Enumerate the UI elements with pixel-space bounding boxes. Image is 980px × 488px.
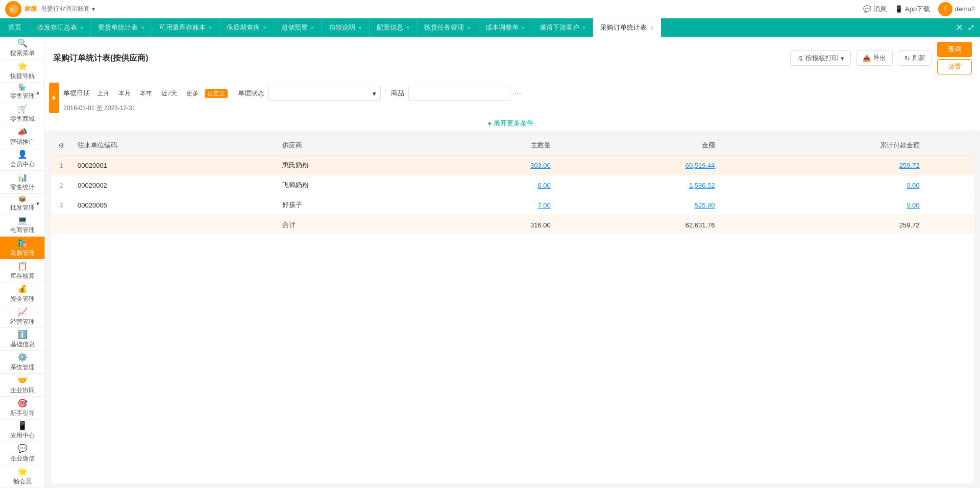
tab-chaochubaojing[interactable]: 超储预警 × bbox=[274, 18, 322, 37]
row1-paid[interactable]: 259.72 bbox=[721, 156, 926, 175]
shop-icon: 🛒 bbox=[17, 104, 28, 114]
tab-baozhi[interactable]: 保质期查询 × bbox=[219, 18, 274, 37]
expand-more-btn[interactable]: ▾ 展开更多条件 bbox=[488, 119, 533, 128]
sidebar-item-vip[interactable]: 🌟 畅会员 bbox=[0, 465, 44, 488]
tab-chaochubaojing-close[interactable]: × bbox=[311, 24, 314, 31]
sidebar-item-member[interactable]: 👤 会员中心 bbox=[0, 148, 44, 171]
date-label: 单据日期 bbox=[63, 89, 90, 98]
filter-container: 单据日期 上月 本月 本年 近7天 更多 自定义 单据状态 bbox=[45, 79, 980, 132]
settings-btn[interactable]: 设置 bbox=[937, 59, 972, 74]
sidebar-item-app-center[interactable]: 📱 应用中心 bbox=[0, 420, 44, 443]
shortcut-this-year[interactable]: 本年 bbox=[137, 88, 155, 99]
tab-baozhi-close[interactable]: × bbox=[263, 24, 266, 31]
app-download-btn[interactable]: 📱 App下载 bbox=[895, 5, 930, 14]
query-btn[interactable]: 查询 bbox=[937, 42, 972, 57]
tab-caigou-active[interactable]: 采购订单统计表 × bbox=[593, 18, 660, 37]
sidebar-item-finance[interactable]: 💰 资金管理 bbox=[0, 282, 44, 305]
nav-tab-end: ✕ ⤢ bbox=[955, 22, 980, 33]
sidebar-item-ecommerce[interactable]: 💻 电商管理 bbox=[0, 214, 44, 237]
tab-shoufacun-close[interactable]: × bbox=[80, 24, 83, 31]
sidebar-item-retail[interactable]: 🏪 零售管理 ▲ bbox=[0, 83, 44, 102]
row2-paid[interactable]: 0.00 bbox=[721, 175, 926, 195]
tab-kuyong-close[interactable]: × bbox=[209, 24, 212, 31]
workspace-selector[interactable]: 母婴行业演示账套 ▾ bbox=[41, 5, 95, 13]
sidebar-item-system[interactable]: ⚙️ 系统管理 bbox=[0, 351, 44, 374]
row3-paid[interactable]: 0.00 bbox=[721, 195, 926, 215]
sidebar-item-basic-info[interactable]: ℹ️ 基础信息 bbox=[0, 328, 44, 351]
shortcut-more[interactable]: 更多 bbox=[183, 88, 202, 99]
sidebar-item-guide[interactable]: 🎯 新手引导 bbox=[0, 397, 44, 420]
status-select[interactable]: ▾ bbox=[268, 86, 381, 101]
expand-tabs-icon[interactable]: ⤢ bbox=[967, 22, 975, 33]
tab-chengben[interactable]: 成本调整单 × bbox=[478, 18, 532, 37]
tab-kuyong[interactable]: 可用量库存账本 × bbox=[152, 18, 219, 37]
row1-qty[interactable]: 303.00 bbox=[429, 156, 557, 175]
status-dropdown-arrow: ▾ bbox=[373, 90, 376, 97]
tab-shoufacun[interactable]: 收发存汇总表 × bbox=[30, 18, 91, 37]
goods-input[interactable] bbox=[408, 86, 510, 101]
tab-chengben-close[interactable]: × bbox=[522, 24, 525, 31]
tab-yaohuo-label: 要货单统计表 bbox=[98, 23, 138, 32]
tab-jianhuo[interactable]: 拣货任务管理 × bbox=[417, 18, 478, 37]
sidebar-item-purchase[interactable]: 🛍️ 采购管理 bbox=[0, 237, 44, 260]
close-all-icon[interactable]: ✕ bbox=[955, 22, 963, 33]
sidebar-item-search[interactable]: 🔍 搜索菜单 bbox=[0, 37, 44, 60]
user-avatar: E bbox=[938, 2, 952, 16]
tab-gongneng[interactable]: 功能说明 × bbox=[322, 18, 369, 37]
sidebar-item-inventory[interactable]: 📋 库存核算 bbox=[0, 260, 44, 282]
sidebar-item-retail-stats[interactable]: 📊 零售统计 bbox=[0, 171, 44, 194]
tab-peizhi[interactable]: 配置信息 × bbox=[370, 18, 417, 37]
user-btn[interactable]: E demo2 bbox=[938, 2, 975, 16]
row1-amount[interactable]: 60,519.44 bbox=[557, 156, 721, 175]
sidebar-item-shop[interactable]: 🛒 零售商城 bbox=[0, 102, 44, 125]
sidebar-item-enterprise[interactable]: 🤝 企业协同 bbox=[0, 374, 44, 397]
table-area: ⚙ 往来单位编码 供应商 主数量 金额 累计付款金额 1 00020001 惠氏… bbox=[51, 136, 974, 484]
col-settings[interactable]: ⚙ bbox=[51, 136, 71, 156]
table-body: 1 00020001 惠氏奶粉 303.00 60,519.44 259.72 … bbox=[51, 156, 974, 215]
tab-yaoqing-close[interactable]: × bbox=[582, 24, 585, 31]
row3-qty[interactable]: 7.00 bbox=[429, 195, 557, 215]
tab-yaohuo[interactable]: 要货单统计表 × bbox=[91, 18, 152, 37]
shortcut-this-month[interactable]: 本月 bbox=[115, 88, 134, 99]
row2-amount[interactable]: 1,586.52 bbox=[557, 175, 721, 195]
row3-extra bbox=[926, 195, 974, 215]
tab-gongneng-close[interactable]: × bbox=[358, 24, 361, 31]
nav-icon: ⭐ bbox=[17, 61, 28, 71]
sidebar-item-operations[interactable]: 📈 经营管理 bbox=[0, 305, 44, 328]
shortcut-last-month[interactable]: 上月 bbox=[94, 88, 112, 99]
row3-amount[interactable]: 525.80 bbox=[557, 195, 721, 215]
tab-peizhi-close[interactable]: × bbox=[406, 24, 409, 31]
col-paid: 累计付款金额 bbox=[721, 136, 926, 156]
tab-home[interactable]: 首页 bbox=[0, 18, 30, 37]
sidebar-item-marketing[interactable]: 📣 营销推广 bbox=[0, 125, 44, 148]
tab-caigou-close[interactable]: × bbox=[650, 24, 653, 31]
sidebar-retail-stats-label: 零售统计 bbox=[10, 183, 35, 192]
tab-yaoqing[interactable]: 邀请下游客户 × bbox=[532, 18, 593, 37]
sidebar-ecommerce-label: 电商管理 bbox=[10, 226, 35, 235]
refresh-label: 刷新 bbox=[912, 54, 925, 63]
sidebar-item-nav[interactable]: ⭐ 快捷导航 bbox=[0, 60, 44, 83]
workspace-arrow: ▾ bbox=[92, 6, 95, 13]
messages-btn[interactable]: 💬 消息 bbox=[863, 5, 887, 14]
sidebar-nav-label: 快捷导航 bbox=[10, 72, 35, 81]
tab-jianhuo-close[interactable]: × bbox=[467, 24, 470, 31]
template-print-btn[interactable]: 🖨 按模板打印 ▾ bbox=[790, 50, 851, 66]
sidebar-item-wholesale[interactable]: 📦 批发管理 ▼ bbox=[0, 194, 44, 214]
template-print-arrow: ▾ bbox=[841, 55, 844, 62]
sidebar-finance-label: 资金管理 bbox=[10, 295, 35, 303]
shortcut-7days[interactable]: 近7天 bbox=[158, 88, 180, 99]
inventory-icon: 📋 bbox=[17, 261, 28, 271]
custom-tag: 自定义 bbox=[205, 89, 228, 98]
app-center-icon: 📱 bbox=[17, 421, 28, 430]
export-btn[interactable]: 📤 导出 bbox=[856, 50, 893, 66]
basic-info-icon: ℹ️ bbox=[17, 329, 28, 339]
row2-qty[interactable]: 6.00 bbox=[429, 175, 557, 195]
tab-yaohuo-close[interactable]: × bbox=[141, 24, 144, 31]
marketing-icon: 📣 bbox=[17, 127, 28, 137]
refresh-btn[interactable]: ↻ 刷新 bbox=[898, 50, 932, 66]
goods-more-icon[interactable]: ··· bbox=[514, 89, 521, 98]
filter-collapse-btn[interactable] bbox=[49, 83, 59, 113]
tab-jianhuo-label: 拣货任务管理 bbox=[424, 23, 464, 32]
sidebar-item-wechat[interactable]: 💬 企业微信 bbox=[0, 442, 44, 465]
enterprise-icon: 🤝 bbox=[17, 375, 28, 385]
